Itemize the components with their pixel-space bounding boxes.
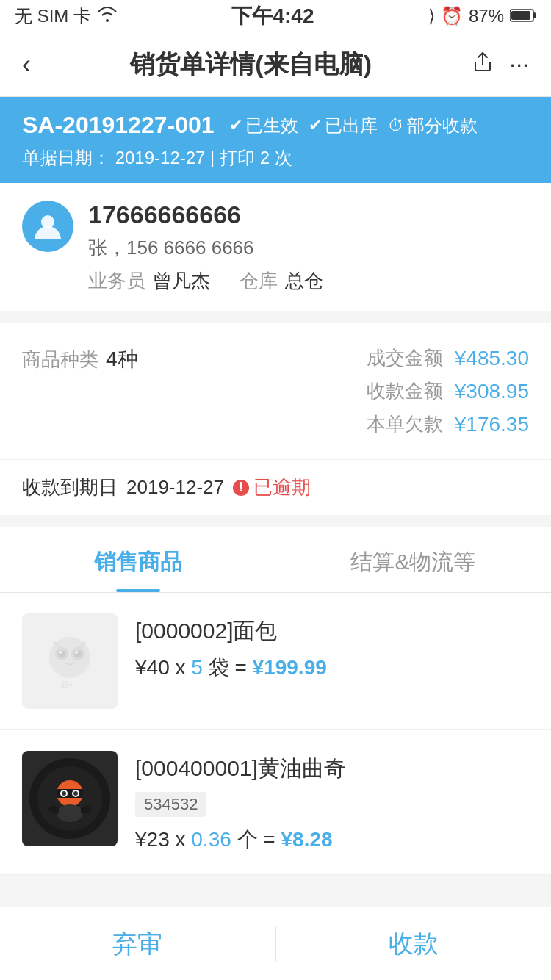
header-banner: SA-20191227-001 ✔ 已生效 ✔ 已出库 ⏱ 部分收款 单据日期：… xyxy=(0,97,551,183)
meta-sales: 业务员 曾凡杰 xyxy=(88,268,210,294)
status-bar-right: ⟩ ⏰ 87% xyxy=(428,6,536,26)
check-icon-2: ✔ xyxy=(309,116,322,135)
customer-phone: 张，156 6666 6666 xyxy=(88,235,529,261)
status-bar-time: 下午4:42 xyxy=(231,2,314,30)
banner-date-row: 单据日期： 2019-12-27 | 打印 2 次 xyxy=(22,146,529,170)
product-price-2: ¥23 x 0.36 个 = ¥8.28 xyxy=(135,826,529,854)
svg-point-8 xyxy=(74,650,82,657)
more-icon[interactable]: ··· xyxy=(509,51,529,78)
product-total-1: ¥199.99 xyxy=(253,656,327,679)
category-row: 商品种类 4种 xyxy=(22,345,138,373)
nav-bar: ‹ 销货单详情(来自电脑) ··· xyxy=(0,32,551,97)
battery-icon xyxy=(510,6,536,26)
stats-section: 商品种类 4种 成交金额 ¥485.30 收款金额 ¥308.95 本单欠款 ¥… xyxy=(0,323,551,459)
svg-rect-1 xyxy=(533,12,536,18)
received-amount-row: 收款金额 ¥308.95 xyxy=(367,378,529,404)
stats-right: 成交金额 ¥485.30 收款金额 ¥308.95 本单欠款 ¥176.35 xyxy=(367,345,529,437)
location-icon: ⟩ xyxy=(428,6,435,26)
svg-point-7 xyxy=(58,650,65,657)
product-image-2 xyxy=(22,751,118,846)
tab-settlement[interactable]: 结算&物流等 xyxy=(276,527,551,592)
status-bar: 无 SIM 卡 下午4:42 ⟩ ⏰ 87% xyxy=(0,0,551,32)
cancel-review-button[interactable]: 弃审 xyxy=(0,912,276,976)
badge-activated: ✔ 已生效 xyxy=(229,114,298,137)
product-details-1: [0000002]面包 ¥40 x 5 袋 = ¥199.99 xyxy=(135,613,529,682)
stats-left: 商品种类 4种 xyxy=(22,345,138,373)
wifi-icon xyxy=(97,6,118,26)
content-area: SA-20191227-001 ✔ 已生效 ✔ 已出库 ⏱ 部分收款 单据日期：… xyxy=(0,97,551,948)
tab-underline xyxy=(116,589,160,592)
product-image-1: 品+ xyxy=(22,613,118,709)
table-row: [000400001]黄油曲奇 534532 ¥23 x 0.36 个 = ¥8… xyxy=(0,730,551,875)
status-badges: ✔ 已生效 ✔ 已出库 ⏱ 部分收款 xyxy=(229,114,478,137)
overdue-text: 已逾期 xyxy=(253,475,311,500)
product-price-1: ¥40 x 5 袋 = ¥199.99 xyxy=(135,654,529,682)
back-button[interactable]: ‹ xyxy=(22,49,31,80)
collect-payment-button[interactable]: 收款 xyxy=(276,912,552,976)
bottom-bar: 弃审 收款 xyxy=(0,907,551,980)
customer-meta: 业务员 曾凡杰 仓库 总仓 xyxy=(88,268,529,294)
svg-point-9 xyxy=(59,651,62,654)
tabs-section: 销售商品 结算&物流等 xyxy=(0,527,551,593)
customer-info: 17666666666 张，156 6666 6666 业务员 曾凡杰 仓库 总… xyxy=(88,201,529,294)
svg-point-17 xyxy=(62,791,66,796)
share-icon[interactable] xyxy=(471,50,494,79)
badge-partial-payment: ⏱ 部分收款 xyxy=(388,114,478,137)
overdue-dot-icon: ! xyxy=(233,480,249,496)
product-qty-1: 5 xyxy=(191,656,203,679)
due-date-label: 收款到期日 xyxy=(22,475,118,500)
page-title: 销货单详情(来自电脑) xyxy=(130,48,372,82)
svg-point-19 xyxy=(57,804,83,822)
tab-products[interactable]: 销售商品 xyxy=(0,527,276,592)
table-row: 品+ [0000002]面包 ¥40 x 5 袋 = ¥199.99 xyxy=(0,593,551,730)
clock-icon: ⏱ xyxy=(388,116,404,135)
avatar xyxy=(22,201,73,252)
battery-status: 87% xyxy=(469,6,504,26)
product-list: 品+ [0000002]面包 ¥40 x 5 袋 = ¥199.99 xyxy=(0,593,551,875)
due-date-section: 收款到期日 2019-12-27 ! 已逾期 xyxy=(0,459,551,515)
overdue-badge: ! 已逾期 xyxy=(233,475,311,500)
customer-section: 17666666666 张，156 6666 6666 业务员 曾凡杰 仓库 总… xyxy=(0,183,551,311)
customer-name: 17666666666 xyxy=(88,201,529,229)
svg-point-18 xyxy=(73,791,78,796)
check-icon-1: ✔ xyxy=(229,116,242,135)
alarm-icon: ⏰ xyxy=(441,6,463,26)
due-date-value: 2019-12-27 xyxy=(126,476,224,499)
banner-row1: SA-20191227-001 ✔ 已生效 ✔ 已出库 ⏱ 部分收款 xyxy=(22,112,529,139)
svg-point-10 xyxy=(75,651,78,654)
debt-amount-row: 本单欠款 ¥176.35 xyxy=(367,411,529,437)
product-details-2: [000400001]黄油曲奇 534532 ¥23 x 0.36 个 = ¥8… xyxy=(135,751,529,854)
product-name-1: [0000002]面包 xyxy=(135,616,529,646)
svg-rect-2 xyxy=(511,11,530,20)
product-name-2: [000400001]黄油曲奇 xyxy=(135,754,529,784)
meta-warehouse: 仓库 总仓 xyxy=(240,268,323,294)
product-qty-2: 0.36 xyxy=(191,828,231,851)
product-total-2: ¥8.28 xyxy=(281,828,332,851)
order-id: SA-20191227-001 xyxy=(22,112,215,139)
svg-text:品+: 品+ xyxy=(61,680,73,688)
badge-shipped: ✔ 已出库 xyxy=(309,114,378,137)
sim-status: 无 SIM 卡 xyxy=(15,4,91,28)
nav-actions: ··· xyxy=(471,50,529,79)
divider-1 xyxy=(0,311,551,323)
product-sku-badge: 534532 xyxy=(135,792,206,817)
product-image-circle xyxy=(29,758,110,839)
deal-amount-row: 成交金额 ¥485.30 xyxy=(367,345,529,371)
status-bar-left: 无 SIM 卡 xyxy=(15,4,118,28)
